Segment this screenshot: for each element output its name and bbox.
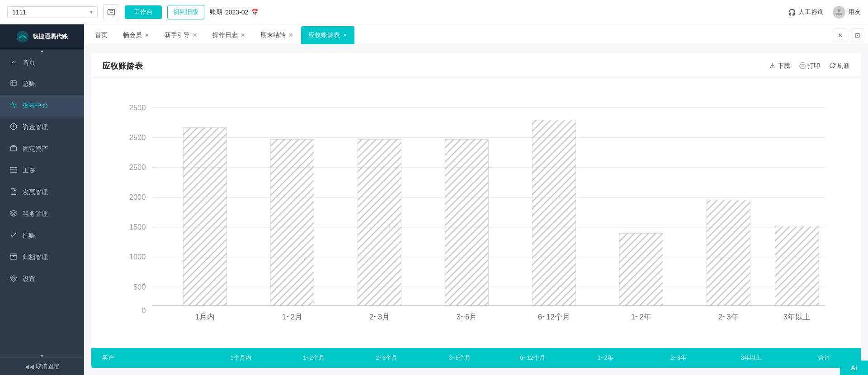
archive-icon (9, 253, 18, 262)
svg-text:2~3月: 2~3月 (369, 313, 390, 321)
sidebar-item-label: 发票管理 (23, 188, 48, 197)
tab-close-icon[interactable]: ✕ (288, 32, 293, 38)
print-button[interactable]: 打印 (799, 62, 820, 70)
cancel-fixed-button[interactable]: ◀◀ 取消固定 (0, 357, 84, 375)
table-header: 客户 1个月内 1~2个月 2~3个月 3~6个月 6~12 (91, 348, 861, 368)
sidebar-item-settings[interactable]: 设置 (0, 268, 84, 290)
tab-home[interactable]: 首页 (88, 26, 115, 44)
svg-text:500: 500 (133, 283, 146, 291)
tab-close-icon[interactable]: ✕ (241, 32, 245, 38)
sidebar-item-reports[interactable]: 报表中心 (0, 95, 84, 117)
company-selector[interactable]: 1111 ▾ (7, 6, 98, 18)
svg-text:0: 0 (142, 306, 146, 315)
col-month23: 2~3个月 (350, 354, 423, 362)
scroll-up-button[interactable]: ▲ (0, 49, 84, 52)
sidebar-item-funds[interactable]: 资金管理 (0, 117, 84, 138)
download-icon (769, 62, 776, 70)
period-value: 2023-02 (225, 9, 248, 16)
sidebar-item-settle[interactable]: 结账 (0, 225, 84, 247)
svg-text:1500: 1500 (129, 223, 146, 231)
sidebar-item-label: 结账 (23, 232, 35, 240)
svg-rect-4 (11, 80, 16, 86)
download-button[interactable]: 下载 (769, 62, 790, 70)
pin-icon: ◀◀ (25, 363, 34, 370)
download-label: 下载 (778, 62, 790, 70)
consultation-button[interactable]: 🎧 人工咨询 (788, 8, 824, 16)
ai-assistant-bar[interactable]: Ai (840, 361, 868, 375)
svg-text:1~2月: 1~2月 (282, 313, 302, 321)
tab-close-icon[interactable]: ✕ (343, 32, 347, 38)
workbench-button[interactable]: 工作台 (125, 5, 162, 19)
switch-version-button[interactable]: 切到旧版 (167, 5, 204, 19)
svg-rect-43 (619, 234, 663, 306)
svg-text:1000: 1000 (129, 253, 146, 261)
sidebar-item-invoice[interactable]: 发票管理 (0, 182, 84, 203)
content-area: 首页 畅会员 ✕ 新手引导 ✕ 操作日志 ✕ 期末结转 ✕ 应收账龄表 ✕ (84, 24, 868, 375)
svg-rect-45 (707, 200, 750, 305)
headset-icon: 🎧 (788, 9, 796, 16)
svg-text:6~12个月: 6~12个月 (538, 313, 570, 321)
period-label: 账期 (210, 8, 222, 16)
archive-button[interactable] (103, 4, 119, 20)
tab-period-close[interactable]: 期末结转 ✕ (253, 26, 300, 44)
sidebar-item-tax[interactable]: 税务管理 (0, 203, 84, 225)
ai-icon: Ai (851, 364, 857, 371)
tab-bar-actions: ✕ ⊡ (834, 28, 864, 42)
tab-label: 操作日志 (212, 31, 238, 39)
sidebar-item-label: 首页 (23, 59, 35, 67)
report-card: 应收账龄表 下载 打印 (91, 53, 861, 368)
svg-text:2500: 2500 (129, 163, 146, 172)
sidebar-item-label: 工资 (23, 167, 35, 175)
user-label: 用友 (848, 8, 861, 16)
consultation-label: 人工咨询 (798, 8, 824, 16)
tab-oplog[interactable]: 操作日志 ✕ (205, 26, 252, 44)
svg-rect-11 (10, 254, 17, 255)
col-year12: 1~2年 (569, 354, 642, 362)
svg-rect-15 (801, 66, 804, 68)
svg-text:2~3年: 2~3年 (718, 313, 739, 321)
svg-point-2 (838, 9, 841, 12)
sidebar-item-salary[interactable]: 工资 (0, 160, 84, 182)
calendar-icon[interactable]: 📅 (251, 9, 259, 16)
col-month612: 6~12个月 (496, 354, 569, 362)
tab-ar-aging[interactable]: 应收账龄表 ✕ (301, 26, 354, 44)
tab-label: 新手引导 (165, 31, 190, 39)
top-header: 1111 ▾ 工作台 切到旧版 账期 2023-02 📅 🎧 人工咨询 用友 (0, 0, 868, 24)
svg-text:2000: 2000 (129, 193, 146, 202)
tab-close-icon[interactable]: ✕ (145, 32, 149, 38)
report-header: 应收账龄表 下载 打印 (91, 53, 861, 79)
sidebar-nav: ⌂ 首页 总账 报表中心 资金管理 (0, 52, 84, 354)
close-tab-button[interactable]: ✕ (834, 28, 847, 42)
col-customer: 客户 (91, 354, 204, 362)
sidebar-item-label: 设置 (23, 275, 35, 283)
page-title: 应收账龄表 (102, 61, 143, 71)
expand-tab-button[interactable]: ⊡ (851, 28, 864, 42)
tab-member[interactable]: 畅会员 ✕ (116, 26, 156, 44)
tab-label: 畅会员 (123, 31, 142, 39)
tab-label: 期末结转 (260, 31, 286, 39)
sidebar-logo: 畅捷通易代账 (0, 24, 84, 49)
settle-icon (9, 231, 18, 240)
svg-text:3~6月: 3~6月 (457, 313, 477, 321)
svg-text:1~2年: 1~2年 (631, 313, 651, 321)
user-section[interactable]: 用友 (833, 6, 861, 19)
refresh-label: 刷新 (837, 62, 850, 70)
chevron-down-icon: ▾ (90, 9, 93, 15)
svg-point-13 (13, 277, 14, 279)
sidebar-item-assets[interactable]: 固定资产 (0, 138, 84, 160)
col-month1: 1个月内 (204, 354, 277, 362)
sidebar-item-archive[interactable]: 归档管理 (0, 247, 84, 268)
sidebar-item-home[interactable]: ⌂ 首页 (0, 52, 84, 73)
bar-chart: 2500 2500 2500 2000 1500 1000 500 0 (102, 86, 850, 341)
scroll-down-button[interactable]: ▼ (0, 354, 84, 357)
col-year23: 2~3年 (642, 354, 715, 362)
svg-text:1月内: 1月内 (195, 313, 215, 321)
app-title: 畅捷通易代账 (33, 33, 68, 41)
tab-close-icon[interactable]: ✕ (193, 32, 197, 38)
sidebar-item-ledger[interactable]: 总账 (0, 73, 84, 95)
tax-icon (9, 210, 18, 219)
tab-label: 应收账龄表 (308, 31, 340, 39)
svg-rect-39 (445, 139, 488, 305)
tab-guide[interactable]: 新手引导 ✕ (157, 26, 204, 44)
refresh-button[interactable]: 刷新 (829, 62, 850, 70)
